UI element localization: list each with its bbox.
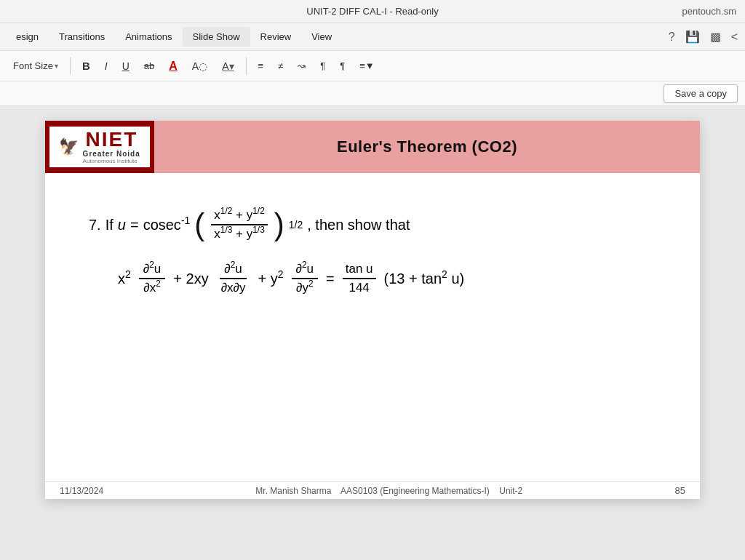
logo-icon: 🦅 [59, 137, 79, 156]
slide-header-title: Euler's Theorem (CO2) [154, 121, 700, 173]
highlight-button[interactable]: A◌ [186, 57, 213, 75]
align-button[interactable]: ≡▼ [354, 57, 380, 74]
partial2-den: ∂x∂y [217, 279, 250, 295]
save-icon[interactable]: 💾 [685, 30, 700, 44]
font-size-label: Font Size [13, 60, 53, 71]
display-icon[interactable]: ▩ [710, 30, 721, 44]
menu-item-transitions[interactable]: Transitions [49, 27, 115, 47]
formula-x-squared: x2 [118, 271, 131, 287]
slide-header: 🦅 NIET Greater Noida Autonomous Institut… [45, 121, 700, 173]
rhs-fraction: tan u 144 [343, 262, 376, 295]
fraction-numerator: x1/2 + y1/2 [211, 208, 267, 225]
slide: 🦅 NIET Greater Noida Autonomous Institut… [45, 121, 700, 499]
open-bracket-icon: ( [194, 212, 204, 237]
footer-date: 11/13/2024 [60, 486, 103, 496]
footer-author-info: Mr. Manish Sharma AAS0103 (Engineering M… [255, 486, 522, 496]
partial-derivative-1: ∂2u ∂x2 [139, 262, 166, 295]
font-color-button[interactable]: A [163, 57, 183, 76]
menu-item-view[interactable]: View [301, 27, 342, 47]
save-copy-button[interactable]: Save a copy [664, 84, 738, 103]
logo-text-area: NIET Greater Noida Autonomous Institute [83, 129, 141, 164]
strikethrough-button[interactable]: ab [138, 57, 160, 74]
save-copy-bar: Save a copy [0, 81, 745, 106]
logo-niet-text: NIET [83, 129, 141, 150]
title-bar-right-text: pentouch.sm [682, 6, 736, 17]
problem-cosec: cosec-1 [143, 217, 191, 233]
close-bracket-icon: ) [274, 212, 284, 237]
footer-unit: Unit-2 [499, 486, 522, 496]
slide-footer: 11/13/2024 Mr. Manish Sharma AAS0103 (En… [45, 481, 700, 499]
inner-fraction: x1/2 + y1/2 x1/3 + y1/3 [211, 208, 267, 241]
problem-if-text: If [105, 217, 113, 233]
partial1-num: ∂2u [139, 262, 166, 279]
toolbar-separator-2 [246, 57, 247, 75]
menu-bar: esign Transitions Animations Slide Show … [0, 23, 745, 51]
font-size-arrow-icon: ▾ [55, 62, 58, 70]
menu-item-esign[interactable]: esign [6, 27, 49, 47]
logo-inner: 🦅 NIET Greater Noida Autonomous Institut… [49, 127, 150, 167]
title-bar: UNIT-2 DIFF CAL-I - Read-only pentouch.s… [0, 0, 745, 23]
slide-body: 7. If u = cosec-1 ( x1/2 + y1/2 x1/3 + y… [45, 173, 700, 481]
formula-equals: = [326, 271, 335, 287]
formula-plus-y2: + y2 [258, 271, 283, 287]
rhs-num: tan u [343, 262, 376, 279]
problem-line: 7. If u = cosec-1 ( x1/2 + y1/2 x1/3 + y… [89, 208, 656, 241]
menu-item-animations[interactable]: Animations [115, 27, 182, 47]
fraction-denominator: x1/3 + y1/3 [211, 225, 267, 241]
paragraph-button[interactable]: ¶ [314, 57, 331, 74]
font-color2-button[interactable]: A▾ [216, 57, 239, 75]
menu-item-slideshow[interactable]: Slide Show [183, 27, 250, 47]
help-icon[interactable]: ? [669, 31, 675, 44]
menu-bar-icons: ? 💾 ▩ < [669, 30, 738, 44]
numbered-list-button[interactable]: ≠ [272, 57, 289, 74]
main-area: 🦅 NIET Greater Noida Autonomous Institut… [0, 106, 745, 560]
partial2-num: ∂2u [220, 262, 247, 279]
italic-button[interactable]: I [99, 57, 113, 75]
problem-variable: u [118, 217, 126, 233]
rhs-den: 144 [346, 279, 372, 295]
footer-page-number: 85 [675, 485, 685, 496]
footer-course: AAS0103 (Engineering Mathematics-I) [340, 486, 490, 496]
logo-subtext2: Autonomous Institute [83, 158, 138, 164]
bullet-list-button[interactable]: ≡ [252, 57, 270, 74]
partial1-den: ∂x2 [139, 279, 165, 295]
logo-subtext: Greater Noida [83, 150, 140, 158]
slide-logo: 🦅 NIET Greater Noida Autonomous Institut… [45, 121, 154, 173]
partial-derivative-3: ∂2u ∂y2 [292, 262, 319, 295]
partial3-den: ∂y2 [292, 279, 318, 295]
title-bar-text: UNIT-2 DIFF CAL-I - Read-only [306, 6, 438, 17]
underline-button[interactable]: U [116, 57, 135, 75]
partial3-num: ∂2u [292, 262, 319, 279]
problem-then-text: , then show that [307, 217, 410, 233]
menu-item-review[interactable]: Review [250, 27, 302, 47]
toolbar: Font Size ▾ B I U ab A A◌ A▾ ≡ ≠ ↝ ¶ ¶ ≡… [0, 51, 745, 81]
pilcrow-button[interactable]: ¶ [334, 57, 351, 74]
bold-button[interactable]: B [76, 57, 96, 75]
slide-title-text: Euler's Theorem (CO2) [337, 137, 517, 156]
formula-line: x2 ∂2u ∂x2 + 2xy ∂2u ∂x∂y + y2 ∂2u ∂y2 = [118, 262, 656, 295]
font-size-dropdown[interactable]: Font Size ▾ [7, 57, 64, 74]
footer-author: Mr. Manish Sharma [255, 486, 331, 496]
toolbar-separator-1 [70, 57, 71, 75]
formula-plus-2xy: + 2xy [173, 271, 208, 287]
formula-factor: (13 + tan2 u) [384, 271, 465, 287]
problem-equals-sign: = [130, 217, 139, 233]
share-icon[interactable]: < [731, 31, 738, 44]
indent-increase-button[interactable]: ↝ [292, 57, 311, 74]
partial-derivative-2: ∂2u ∂x∂y [217, 262, 250, 295]
problem-number: 7. [89, 217, 101, 233]
